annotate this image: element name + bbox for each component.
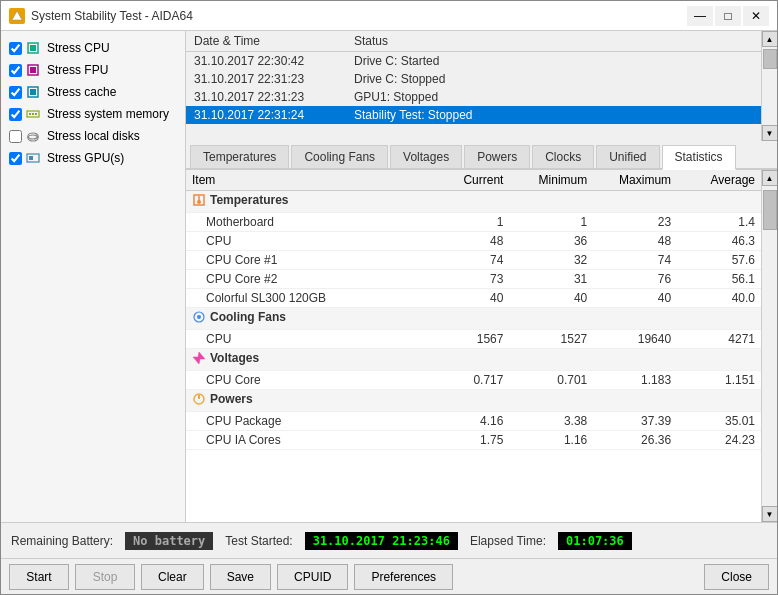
row-minimum: 0.701 — [509, 371, 593, 390]
row-minimum: 3.38 — [509, 412, 593, 431]
stress-mem-checkbox[interactable] — [9, 108, 22, 121]
stress-cpu-checkbox[interactable] — [9, 42, 22, 55]
maximize-button[interactable]: □ — [715, 6, 741, 26]
log-status: Drive C: Started — [346, 52, 761, 71]
data-row[interactable]: Colorful SL300 120GB 40 40 40 40.0 — [186, 289, 761, 308]
stress-cache-item[interactable]: Stress cache — [9, 81, 177, 103]
row-item: CPU Core #2 — [186, 270, 426, 289]
svg-rect-6 — [30, 89, 36, 95]
row-maximum: 40 — [593, 289, 677, 308]
tab-temperatures[interactable]: Temperatures — [190, 145, 289, 168]
cache-icon — [26, 85, 40, 99]
data-row[interactable]: CPU Core #1 74 32 74 57.6 — [186, 251, 761, 270]
tab-clocks[interactable]: Clocks — [532, 145, 594, 168]
stress-fpu-item[interactable]: Stress FPU — [9, 59, 177, 81]
stress-cache-checkbox[interactable] — [9, 86, 22, 99]
col-item-header: Item — [186, 170, 426, 191]
svg-rect-10 — [35, 113, 37, 115]
stress-cpu-item[interactable]: Stress CPU — [9, 37, 177, 59]
stress-disk-item[interactable]: Stress local disks — [9, 125, 177, 147]
log-row[interactable]: 31.10.2017 22:31:24Stability Test: Stopp… — [186, 106, 761, 124]
save-button[interactable]: Save — [210, 564, 271, 590]
log-row[interactable]: 31.10.2017 22:31:23Drive C: Stopped — [186, 70, 761, 88]
row-minimum: 1527 — [509, 330, 593, 349]
stress-cache-label: Stress cache — [47, 85, 116, 99]
data-row[interactable]: CPU 48 36 48 46.3 — [186, 232, 761, 251]
row-minimum: 31 — [509, 270, 593, 289]
close-window-button[interactable]: ✕ — [743, 6, 769, 26]
preferences-button[interactable]: Preferences — [354, 564, 453, 590]
tab-unified[interactable]: Unified — [596, 145, 659, 168]
section-header-voltages: Voltages — [186, 349, 761, 371]
cpuid-button[interactable]: CPUID — [277, 564, 348, 590]
log-datetime: 31.10.2017 22:31:24 — [186, 106, 346, 124]
data-row[interactable]: Motherboard 1 1 23 1.4 — [186, 213, 761, 232]
row-average: 1.4 — [677, 213, 761, 232]
section-header-powers: Powers — [186, 390, 761, 412]
stop-button[interactable]: Stop — [75, 564, 135, 590]
row-average: 4271 — [677, 330, 761, 349]
data-row[interactable]: CPU Core 0.717 0.701 1.183 1.151 — [186, 371, 761, 390]
row-current: 1.75 — [426, 431, 510, 450]
row-maximum: 26.36 — [593, 431, 677, 450]
row-maximum: 19640 — [593, 330, 677, 349]
elapsed-value: 01:07:36 — [558, 532, 632, 550]
start-button[interactable]: Start — [9, 564, 69, 590]
log-scroll-up[interactable]: ▲ — [762, 31, 778, 47]
tab-statistics[interactable]: Statistics — [662, 145, 736, 170]
log-scroll-thumb[interactable] — [763, 49, 777, 69]
close-button[interactable]: Close — [704, 564, 769, 590]
log-datetime: 31.10.2017 22:30:42 — [186, 52, 346, 71]
data-scrollbar[interactable]: ▲ ▼ — [761, 170, 777, 522]
row-item: CPU IA Cores — [186, 431, 426, 450]
tab-powers[interactable]: Powers — [464, 145, 530, 168]
stress-disk-checkbox[interactable] — [9, 130, 22, 143]
log-scroll-down[interactable]: ▼ — [762, 125, 778, 141]
data-row[interactable]: CPU Core #2 73 31 76 56.1 — [186, 270, 761, 289]
log-row[interactable]: 31.10.2017 22:31:23GPU1: Stopped — [186, 88, 761, 106]
row-minimum: 1 — [509, 213, 593, 232]
svg-rect-16 — [29, 156, 33, 160]
log-datetime: 31.10.2017 22:31:23 — [186, 88, 346, 106]
row-minimum: 36 — [509, 232, 593, 251]
log-table: Date & Time Status 31.10.2017 22:30:42Dr… — [186, 31, 761, 124]
battery-value: No battery — [125, 532, 213, 550]
row-minimum: 32 — [509, 251, 593, 270]
row-item: Colorful SL300 120GB — [186, 289, 426, 308]
tab-cooling-fans[interactable]: Cooling Fans — [291, 145, 388, 168]
clear-button[interactable]: Clear — [141, 564, 204, 590]
row-current: 74 — [426, 251, 510, 270]
stress-gpu-checkbox[interactable] — [9, 152, 22, 165]
log-row[interactable]: 31.10.2017 22:30:42Drive C: Started — [186, 52, 761, 71]
log-status: GPU1: Stopped — [346, 88, 761, 106]
row-maximum: 74 — [593, 251, 677, 270]
data-row[interactable]: CPU IA Cores 1.75 1.16 26.36 24.23 — [186, 431, 761, 450]
data-scroll-down[interactable]: ▼ — [762, 506, 778, 522]
row-current: 1567 — [426, 330, 510, 349]
data-panel: Item Current Minimum Maximum Average Tem… — [186, 170, 777, 522]
stress-options-panel: Stress CPU Stress FPU — [1, 31, 186, 522]
log-status: Drive C: Stopped — [346, 70, 761, 88]
data-scroll-thumb[interactable] — [763, 190, 777, 230]
window-title: System Stability Test - AIDA64 — [31, 9, 193, 23]
log-area: Date & Time Status 31.10.2017 22:30:42Dr… — [186, 31, 777, 141]
col-maximum-header: Maximum — [593, 170, 677, 191]
row-minimum: 1.16 — [509, 431, 593, 450]
log-scrollbar[interactable]: ▲ ▼ — [761, 31, 777, 141]
row-current: 73 — [426, 270, 510, 289]
col-average-header: Average — [677, 170, 761, 191]
stress-mem-item[interactable]: Stress system memory — [9, 103, 177, 125]
row-maximum: 23 — [593, 213, 677, 232]
svg-rect-8 — [29, 113, 31, 115]
app-icon — [9, 8, 25, 24]
minimize-button[interactable]: — — [687, 6, 713, 26]
main-content: Stress CPU Stress FPU — [1, 31, 777, 522]
data-scroll-up[interactable]: ▲ — [762, 170, 778, 186]
stress-gpu-item[interactable]: Stress GPU(s) — [9, 147, 177, 169]
data-row[interactable]: CPU 1567 1527 19640 4271 — [186, 330, 761, 349]
tab-voltages[interactable]: Voltages — [390, 145, 462, 168]
data-row[interactable]: CPU Package 4.16 3.38 37.39 35.01 — [186, 412, 761, 431]
stress-fpu-checkbox[interactable] — [9, 64, 22, 77]
mem-icon — [26, 107, 40, 121]
row-maximum: 37.39 — [593, 412, 677, 431]
